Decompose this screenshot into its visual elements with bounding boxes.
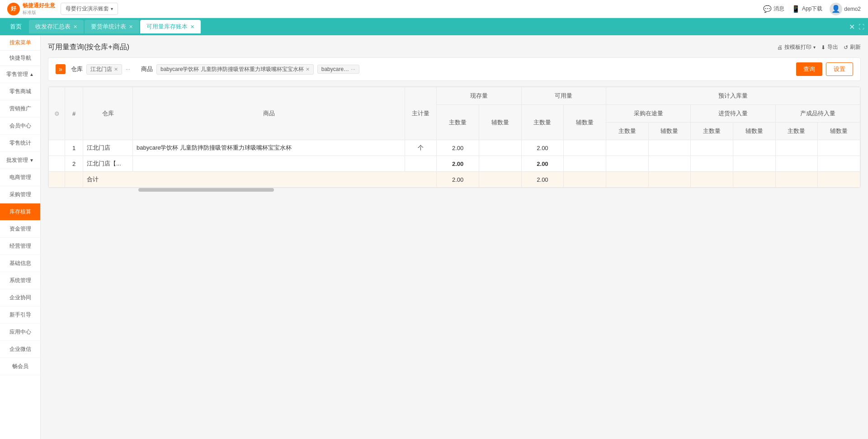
total-seq xyxy=(65,172,83,188)
filter-area: » 仓库 江北门店 ✕ ··· 商品 babycare学饮杯 儿童防摔防撞吸管杯… xyxy=(48,57,861,81)
product-tag2[interactable]: babycare… ··· xyxy=(317,65,359,74)
tab-inventory-close[interactable]: ✕ xyxy=(190,24,194,30)
th-gear[interactable]: ⚙ xyxy=(49,87,65,140)
page-title: 可用量查询(按仓库+商品) xyxy=(48,42,129,52)
sidebar-item-enterprise-wx[interactable]: 企业微信 xyxy=(0,341,40,358)
th-available-group: 可用量 xyxy=(521,87,606,105)
cell-stock-aux xyxy=(479,140,521,156)
query-button[interactable]: 查询 xyxy=(796,62,822,76)
tab-expand-button[interactable]: ⛶ xyxy=(859,24,864,30)
refresh-button[interactable]: ↺ 刷新 xyxy=(844,43,861,51)
tab-order-stat-close[interactable]: ✕ xyxy=(129,24,133,30)
th-production-aux: 辅数量 xyxy=(818,123,860,140)
sidebar-item-wholesale[interactable]: 批发管理 ▼ xyxy=(0,152,40,169)
print-button[interactable]: 🖨 按模板打印 ▾ xyxy=(777,43,816,51)
export-icon: ⬇ xyxy=(821,44,826,51)
cell-available-aux xyxy=(564,140,606,156)
page-actions: 🖨 按模板打印 ▾ ⬇ 导出 ↺ 刷新 xyxy=(777,43,861,51)
sidebar-item-retail-stat[interactable]: 零售统计 xyxy=(0,135,40,152)
cell-production-aux xyxy=(818,156,860,172)
sidebar-item-system[interactable]: 系统管理 xyxy=(0,272,40,289)
industry-selector[interactable]: 母婴行业演示账套 ▾ xyxy=(61,3,118,15)
product-tag1-close[interactable]: ✕ xyxy=(306,66,310,72)
total-incoming-main xyxy=(691,172,733,188)
sidebar-search[interactable]: 搜索菜单 xyxy=(0,35,40,51)
cell-available-main: 2.00 xyxy=(521,156,564,172)
table-row: 2 江北门店【... 2.00 2.00 xyxy=(49,156,860,172)
export-button[interactable]: ⬇ 导出 xyxy=(821,43,838,51)
tab-close-all-button[interactable]: ✕ xyxy=(849,23,855,31)
filter-toggle-button[interactable]: » xyxy=(56,64,66,74)
th-purchase-group: 采购在途量 xyxy=(606,105,690,123)
cell-stock-main: 2.00 xyxy=(437,140,479,156)
sidebar-item-enterprise[interactable]: 企业协同 xyxy=(0,289,40,307)
total-purchase-main xyxy=(606,172,648,188)
tab-order-stat[interactable]: 要货单统计表 ✕ xyxy=(85,20,139,33)
sidebar-item-purchase[interactable]: 采购管理 xyxy=(0,186,40,203)
industry-selector-label: 母婴行业演示账套 xyxy=(66,5,109,13)
sidebar-item-app-center[interactable]: 应用中心 xyxy=(0,324,40,341)
cell-incoming-aux xyxy=(733,140,775,156)
tab-receive[interactable]: 收发存汇总表 ✕ xyxy=(29,20,84,33)
app-download-button[interactable]: 📱 App下载 xyxy=(792,5,822,13)
sidebar-item-member[interactable]: 会员中心 xyxy=(0,118,40,135)
total-gear xyxy=(49,172,65,188)
refresh-label: 刷新 xyxy=(850,43,861,51)
sidebar-item-retail-mall[interactable]: 零售商城 xyxy=(0,83,40,100)
user-profile[interactable]: 👤 demo2 xyxy=(830,3,861,15)
cell-production-main xyxy=(775,156,818,172)
tab-home-label: 首页 xyxy=(10,23,22,31)
sidebar-quick-nav[interactable]: 快捷导航 xyxy=(0,51,40,66)
table-container: ⚙ # 仓库 商品 主计量 现存量 可用量 预计入库量 主数量 辅数量 xyxy=(48,86,861,188)
message-button[interactable]: 💬 消息 xyxy=(763,5,784,13)
sidebar-item-operations[interactable]: 经营管理 xyxy=(0,238,40,255)
cell-purchase-aux xyxy=(648,156,691,172)
total-purchase-aux xyxy=(648,172,691,188)
product-more[interactable]: ··· xyxy=(351,66,355,72)
cell-unit xyxy=(405,156,437,172)
app-download-label: App下载 xyxy=(802,5,822,13)
print-label: 按模板打印 xyxy=(784,43,811,51)
sidebar-item-ecom[interactable]: 电商管理 xyxy=(0,169,40,186)
horizontal-scrollbar[interactable] xyxy=(48,188,861,192)
top-bar-left: 好 畅捷通好生意 标准版 母婴行业演示账套 ▾ xyxy=(7,2,118,16)
th-forecast-group: 预计入库量 xyxy=(606,87,860,105)
product-tag1[interactable]: babycare学饮杯 儿童防摔防撞吸管杯重力球吸嘴杯宝宝水杯 ✕ xyxy=(156,64,314,75)
filter-actions: 查询 设置 xyxy=(796,62,853,76)
cell-incoming-aux xyxy=(733,156,775,172)
logo-line1: 畅捷通好生意 xyxy=(23,2,55,9)
th-product: 商品 xyxy=(133,87,405,140)
cell-product xyxy=(133,156,405,172)
total-incoming-aux xyxy=(733,172,775,188)
logo-line2: 标准版 xyxy=(23,9,55,16)
cell-purchase-main xyxy=(606,156,648,172)
sidebar-item-newbie[interactable]: 新手引导 xyxy=(0,307,40,324)
sidebar-item-marketing[interactable]: 营销推广 xyxy=(0,100,40,118)
sidebar-item-member2[interactable]: 畅会员 xyxy=(0,358,40,375)
cell-stock-aux xyxy=(479,156,521,172)
warehouse-tag[interactable]: 江北门店 ✕ xyxy=(86,64,122,75)
cell-production-main xyxy=(775,140,818,156)
cell-gear xyxy=(49,156,65,172)
th-purchase-main: 主数量 xyxy=(606,123,648,140)
cell-stock-main: 2.00 xyxy=(437,156,479,172)
settings-button[interactable]: 设置 xyxy=(826,62,853,76)
content-area: 可用量查询(按仓库+商品) 🖨 按模板打印 ▾ ⬇ 导出 ↺ 刷新 xyxy=(41,35,868,439)
scrollbar-thumb[interactable] xyxy=(138,188,274,192)
sidebar-item-inventory-check[interactable]: 库存核算 xyxy=(0,203,40,221)
total-stock-main: 2.00 xyxy=(437,172,479,188)
warehouse-more[interactable]: ··· xyxy=(126,66,130,72)
cell-purchase-main xyxy=(606,140,648,156)
tab-inventory[interactable]: 可用量库存账本 ✕ xyxy=(140,20,201,33)
sidebar-item-basic-info[interactable]: 基础信息 xyxy=(0,255,40,272)
cell-warehouse: 江北门店 xyxy=(83,140,133,156)
chevron-down-icon: ▾ xyxy=(813,45,816,50)
sidebar-item-finance[interactable]: 资金管理 xyxy=(0,221,40,238)
th-incoming-aux: 辅数量 xyxy=(733,123,775,140)
tab-receive-close[interactable]: ✕ xyxy=(73,24,77,30)
tab-bar: 首页 收发存汇总表 ✕ 要货单统计表 ✕ 可用量库存账本 ✕ ✕ ⛶ xyxy=(0,18,868,35)
warehouse-tag-close[interactable]: ✕ xyxy=(114,66,118,72)
tab-home[interactable]: 首页 xyxy=(4,20,28,33)
sidebar-item-retail-mgmt[interactable]: 零售管理 ▲ xyxy=(0,66,40,83)
table-total-row: 合计 2.00 2.00 xyxy=(49,172,860,188)
